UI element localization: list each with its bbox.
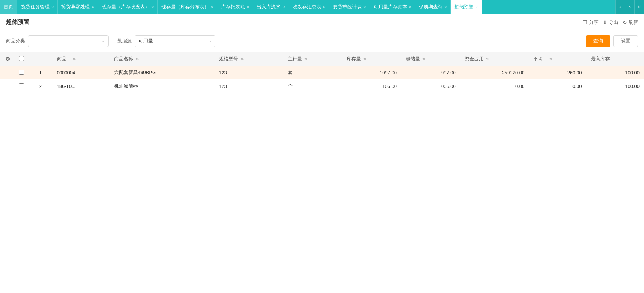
nav-tab-receive-summary[interactable]: 收发存汇总表 × — [289, 0, 329, 14]
datasource-value: 可用量 — [139, 38, 153, 44]
close-tab-stock-status[interactable]: × — [151, 5, 154, 9]
close-tab-quality-check[interactable]: × — [444, 5, 447, 9]
nav-next-button[interactable]: › — [625, 0, 634, 14]
td-product-name-1: 机油滤清器 — [110, 79, 215, 93]
nav-tab-abnormal-proc[interactable]: 拣货异常处理 × — [58, 0, 98, 14]
nav-tab-inout-flow[interactable]: 出入库流水 × — [253, 0, 289, 14]
nav-tab-stock-status[interactable]: 现存量（库存状况表） × — [98, 0, 158, 14]
td-index-0: 1 — [29, 66, 52, 79]
sort-overstock-qty-icon: ⇅ — [422, 57, 425, 61]
close-tab-avail-account[interactable]: × — [409, 5, 411, 9]
category-dropdown-icon: ⌄ — [101, 39, 105, 44]
td-max-stock-1: 100.00 — [586, 79, 644, 93]
th-max-stock[interactable]: 最高库存 — [586, 52, 644, 66]
nav-tab-order-stats[interactable]: 要货单统计表 × — [329, 0, 370, 14]
select-all-checkbox[interactable] — [19, 56, 24, 61]
td-stock-qty-1: 1106.00 — [342, 79, 401, 93]
td-product-name-0: 六配套新昌490BPG — [110, 66, 215, 79]
th-spec[interactable]: 规格型号 ⇅ — [215, 52, 283, 66]
category-select[interactable]: ⌄ — [28, 35, 109, 47]
th-stock-qty[interactable]: 库存量 ⇅ — [342, 52, 401, 66]
td-checkbox-0[interactable] — [15, 66, 29, 79]
share-button[interactable]: ❐ 分享 — [583, 19, 599, 26]
th-overstock-qty[interactable]: 超储量 ⇅ — [401, 52, 460, 66]
close-tab-task-mgmt[interactable]: × — [51, 5, 54, 9]
th-unit[interactable]: 主计量 ⇅ — [283, 52, 343, 66]
th-product-code[interactable]: 商品... ⇅ — [52, 52, 110, 66]
td-overstock-qty-0: 997.00 — [401, 66, 460, 79]
td-settings-0 — [0, 66, 15, 79]
td-settings-1 — [0, 79, 15, 93]
td-unit-0: 套 — [283, 66, 343, 79]
export-icon: ⇓ — [603, 19, 607, 25]
close-tab-order-stats[interactable]: × — [363, 5, 366, 9]
td-spec-1: 123 — [215, 79, 283, 93]
header-actions: ❐ 分享 ⇓ 导出 ↻ 刷新 — [583, 19, 638, 26]
sort-product-name-icon: ⇅ — [136, 57, 139, 61]
category-filter: 商品分类 ⌄ — [6, 35, 109, 47]
query-button[interactable]: 查询 — [586, 35, 610, 47]
th-capital-use[interactable]: 资金占用 ⇅ — [460, 52, 529, 66]
close-tab-receive-summary[interactable]: × — [323, 5, 325, 9]
column-settings-icon[interactable]: ⚙ — [5, 56, 10, 62]
th-checkbox — [15, 52, 29, 66]
row-checkbox-0[interactable] — [19, 70, 24, 75]
close-tab-overstock-warn[interactable]: × — [475, 5, 477, 9]
datasource-dropdown-icon: ⌄ — [208, 39, 211, 44]
table-header-row: ⚙ 商品... ⇅ 商品名称 ⇅ 规格型号 — [0, 52, 644, 66]
filter-buttons: 查询 设置 — [586, 35, 638, 47]
sort-product-code-icon: ⇅ — [73, 57, 76, 61]
top-nav: 首页 拣货任务管理 × 拣货异常处理 × 现存量（库存状况表） × 现存量（库存… — [0, 0, 644, 14]
td-capital-use-1: 0.00 — [460, 79, 529, 93]
td-spec-0: 123 — [215, 66, 283, 79]
nav-prev-button[interactable]: ‹ — [615, 0, 625, 14]
category-label: 商品分类 — [6, 38, 25, 44]
refresh-button[interactable]: ↻ 刷新 — [623, 19, 638, 26]
close-tab-inout-flow[interactable]: × — [282, 5, 285, 9]
td-product-code-0: 0000004 — [52, 66, 110, 79]
nav-tab-task-mgmt[interactable]: 拣货任务管理 × — [17, 0, 58, 14]
close-tab-abnormal-proc[interactable]: × — [92, 5, 94, 9]
td-overstock-qty-1: 1006.00 — [401, 79, 460, 93]
table-row: 2 186-10... 机油滤清器 123 个 1106.00 1006.00 … — [0, 79, 644, 93]
filter-area: 商品分类 ⌄ 数据源 可用量 ⌄ 查询 设置 — [0, 30, 644, 52]
td-stock-qty-0: 1097.00 — [342, 66, 401, 79]
nav-tab-stock-dist[interactable]: 现存量（库存分布表） × — [158, 0, 217, 14]
sort-spec-icon: ⇅ — [241, 57, 244, 61]
td-product-code-1: 186-10... — [52, 79, 110, 93]
td-index-1: 2 — [29, 79, 52, 93]
nav-tab-home[interactable]: 首页 — [0, 0, 17, 14]
row-checkbox-1[interactable] — [19, 83, 24, 88]
td-checkbox-1[interactable] — [15, 79, 29, 93]
close-tab-batch-account[interactable]: × — [247, 5, 249, 9]
share-icon: ❐ — [583, 19, 588, 25]
nav-tab-overstock-warn[interactable]: 超储预警 × — [451, 0, 482, 14]
data-table: ⚙ 商品... ⇅ 商品名称 ⇅ 规格型号 — [0, 52, 644, 93]
nav-tab-quality-check[interactable]: 保质期查询 × — [415, 0, 451, 14]
settings-button[interactable]: 设置 — [613, 35, 638, 47]
td-unit-1: 个 — [283, 79, 343, 93]
page-container: 超储预警 ❐ 分享 ⇓ 导出 ↻ 刷新 商品分类 ⌄ 数据源 — [0, 14, 644, 293]
table-container: ⚙ 商品... ⇅ 商品名称 ⇅ 规格型号 — [0, 52, 644, 93]
th-product-name[interactable]: 商品名称 ⇅ — [110, 52, 215, 66]
td-avg-0: 260.00 — [529, 66, 586, 79]
export-button[interactable]: ⇓ 导出 — [603, 19, 618, 26]
sort-unit-icon: ⇅ — [304, 57, 307, 61]
nav-tab-batch-account[interactable]: 库存批次账 × — [217, 0, 253, 14]
th-index — [29, 52, 52, 66]
th-settings: ⚙ — [0, 52, 15, 66]
table-row: 1 0000004 六配套新昌490BPG 123 套 1097.00 997.… — [0, 66, 644, 79]
close-tab-stock-dist[interactable]: × — [211, 5, 213, 9]
datasource-select[interactable]: 可用量 ⌄ — [135, 35, 215, 47]
table-body: 1 0000004 六配套新昌490BPG 123 套 1097.00 997.… — [0, 66, 644, 93]
sort-avg-icon: ⇅ — [549, 57, 552, 61]
th-avg[interactable]: 平均... ⇅ — [529, 52, 586, 66]
td-capital-use-0: 259220.00 — [460, 66, 529, 79]
page-header: 超储预警 ❐ 分享 ⇓ 导出 ↻ 刷新 — [0, 14, 644, 30]
td-avg-1: 0.00 — [529, 79, 586, 93]
datasource-label: 数据源 — [117, 38, 132, 44]
nav-close-button[interactable]: × — [634, 0, 644, 14]
nav-arrows: ‹ › × — [615, 0, 644, 14]
datasource-filter: 数据源 可用量 ⌄ — [117, 35, 215, 47]
nav-tab-avail-account[interactable]: 可用量库存账本 × — [370, 0, 415, 14]
